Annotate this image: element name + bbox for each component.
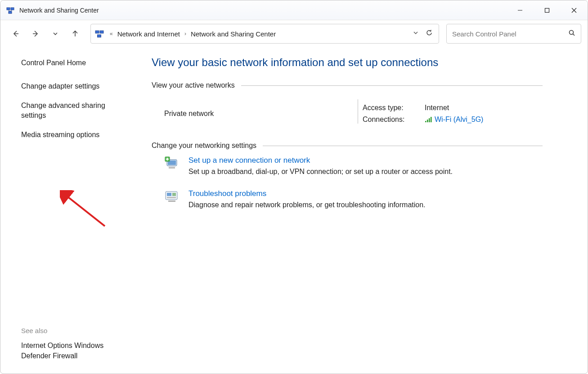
see-also-internet-options[interactable]: Internet Options: [21, 342, 72, 349]
troubleshoot-desc: Diagnose and repair network problems, or…: [189, 201, 426, 209]
minimize-button[interactable]: [507, 0, 534, 20]
refresh-button[interactable]: [425, 29, 433, 39]
active-network-row: Private network Access type: Internet Co…: [152, 96, 543, 142]
close-button[interactable]: [561, 0, 588, 20]
titlebar: Network and Sharing Center: [0, 0, 588, 20]
settings-list: Set up a new connection or network Set u…: [152, 156, 543, 209]
settings-item-troubleshoot: Troubleshoot problems Diagnose and repai…: [164, 189, 543, 209]
network-name-block: Private network: [164, 104, 358, 124]
content-area: Control Panel Home Change adapter settin…: [0, 47, 588, 374]
svg-rect-31: [167, 197, 176, 198]
search-icon[interactable]: [568, 29, 575, 38]
address-bar[interactable]: « Network and Internet › Network and Sha…: [90, 24, 439, 44]
svg-rect-29: [167, 193, 171, 196]
see-also-label: See also: [21, 327, 126, 334]
svg-rect-1: [11, 8, 14, 10]
recent-dropdown[interactable]: [46, 25, 64, 43]
svg-rect-18: [425, 121, 426, 122]
setup-connection-icon: [164, 156, 180, 171]
section-change-settings: Change your networking settings: [152, 142, 543, 150]
connections-label: Connections:: [363, 116, 417, 124]
divider: [263, 146, 543, 146]
main-panel: View your basic network information and …: [135, 47, 588, 374]
setup-connection-desc: Set up a broadband, dial-up, or VPN conn…: [189, 168, 453, 176]
svg-rect-21: [431, 117, 432, 122]
wifi-connection-link[interactable]: Wi-Fi (Alvi_5G): [425, 116, 483, 124]
svg-line-17: [66, 196, 105, 226]
svg-line-16: [573, 34, 575, 36]
svg-rect-12: [95, 31, 99, 33]
settings-item-setup-connection: Set up a new connection or network Set u…: [164, 156, 543, 176]
troubleshoot-link[interactable]: Troubleshoot problems: [189, 189, 266, 198]
sidebar-link-media-streaming[interactable]: Media streaming options: [21, 130, 126, 140]
svg-rect-27: [169, 167, 175, 169]
divider: [241, 85, 543, 86]
sidebar-link-advanced-sharing[interactable]: Change advanced sharing settings: [21, 101, 126, 121]
section-label: View your active networks: [152, 81, 241, 89]
window-controls: [507, 0, 588, 20]
page-heading: View your basic network information and …: [152, 56, 543, 69]
svg-rect-19: [427, 120, 428, 122]
annotation-arrow-icon: [60, 190, 109, 231]
sidebar-link-adapter[interactable]: Change adapter settings: [21, 81, 126, 91]
svg-rect-0: [7, 8, 10, 10]
sidebar: Control Panel Home Change adapter settin…: [0, 47, 135, 374]
vertical-divider: [358, 99, 358, 124]
wifi-name: Wi-Fi (Alvi_5G): [435, 116, 483, 124]
setup-connection-link[interactable]: Set up a new connection or network: [189, 156, 310, 165]
app-icon: [6, 6, 15, 15]
breadcrumb-item[interactable]: Network and Sharing Center: [189, 29, 278, 39]
access-type-label: Access type:: [363, 104, 417, 112]
svg-rect-13: [100, 31, 103, 33]
network-details: Access type: Internet Connections: Wi-Fi…: [363, 104, 483, 124]
toolbar: « Network and Internet › Network and Sha…: [0, 20, 588, 47]
search-input[interactable]: [452, 30, 568, 38]
back-button[interactable]: [7, 25, 25, 43]
control-panel-home-link[interactable]: Control Panel Home: [21, 58, 126, 68]
maximize-button[interactable]: [534, 0, 561, 20]
svg-rect-30: [172, 193, 176, 196]
svg-rect-2: [9, 11, 12, 13]
see-also: See also Internet Options Windows Defend…: [21, 327, 126, 365]
wifi-signal-icon: [425, 116, 432, 123]
breadcrumb-item[interactable]: Network and Internet: [116, 29, 182, 39]
search-box[interactable]: [446, 24, 581, 44]
network-type: Private network: [164, 110, 214, 118]
troubleshoot-icon: [164, 189, 180, 205]
chevron-right-icon[interactable]: ›: [182, 31, 189, 37]
svg-point-15: [570, 31, 574, 35]
section-active-networks: View your active networks: [152, 81, 543, 89]
access-type-value: Internet: [425, 104, 483, 112]
up-button[interactable]: [66, 25, 84, 43]
location-icon: [94, 28, 105, 40]
chevron-left-icon[interactable]: «: [107, 31, 116, 37]
svg-rect-6: [545, 8, 549, 12]
forward-button[interactable]: [27, 25, 45, 43]
svg-rect-20: [429, 118, 430, 122]
svg-rect-14: [98, 35, 101, 37]
svg-rect-32: [168, 200, 175, 202]
window-title: Network and Sharing Center: [19, 7, 99, 14]
section-label: Change your networking settings: [152, 142, 263, 150]
address-dropdown[interactable]: [413, 30, 419, 38]
